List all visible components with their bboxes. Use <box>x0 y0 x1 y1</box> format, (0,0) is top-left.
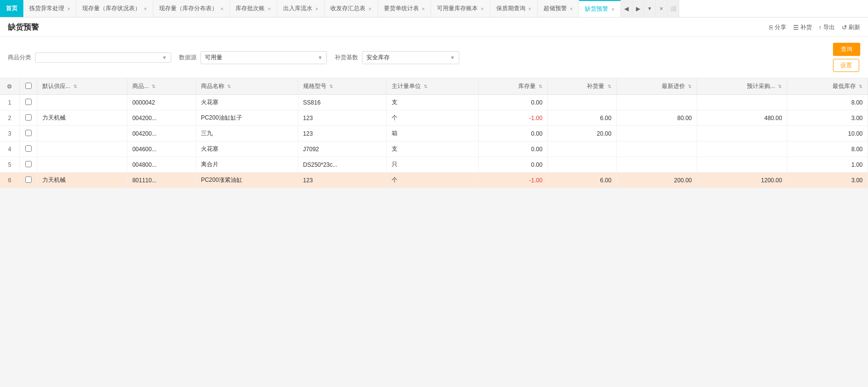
sort-icon: ⇅ <box>608 84 612 89</box>
row-min-stock: 3.00 <box>787 110 868 126</box>
row-checkbox[interactable] <box>25 130 32 136</box>
row-checkbox[interactable] <box>25 161 32 167</box>
row-checkbox-cell[interactable] <box>19 110 37 126</box>
tab-close-icon[interactable]: × <box>315 6 318 12</box>
tab-next-button[interactable]: ▶ <box>633 0 644 17</box>
tab-batch-account[interactable]: 库存批次账 × <box>230 0 277 17</box>
refresh-button[interactable]: ↺ 刷新 <box>842 23 860 32</box>
tab-expiry-query[interactable]: 保质期查询 × <box>490 0 538 17</box>
tab-in-out-flow[interactable]: 出入库流水 × <box>277 0 325 17</box>
row-checkbox-cell[interactable] <box>19 95 37 110</box>
column-replenish-qty[interactable]: 补货量 ⇅ <box>547 78 616 95</box>
share-button[interactable]: ⎘ 分享 <box>769 23 786 32</box>
tab-shortage-warning[interactable]: 缺货预警 × <box>579 0 620 17</box>
header-actions: ⎘ 分享 ☰ 补货 ↑ 导出 ↺ 刷新 <box>769 23 861 32</box>
select-all-checkbox[interactable] <box>25 83 32 89</box>
row-stock-qty: -1.00 <box>479 110 548 126</box>
row-checkbox[interactable] <box>25 99 32 105</box>
row-latest-price: 200.00 <box>616 173 697 188</box>
column-latest-price[interactable]: 最新进价 ⇅ <box>616 78 697 95</box>
row-checkbox[interactable] <box>25 145 32 152</box>
sort-icon: ⇅ <box>73 84 77 89</box>
column-product-name[interactable]: 商品名称 ⇅ <box>196 78 298 95</box>
tab-close-icon[interactable]: × <box>422 6 425 12</box>
tab-close-icon[interactable]: × <box>368 6 371 12</box>
category-label: 商品分类 <box>8 53 31 62</box>
column-checkbox-header[interactable] <box>19 78 37 95</box>
tab-menu-button[interactable]: ▼ <box>644 0 656 17</box>
tab-stocking-exception[interactable]: 拣货异常处理 × <box>23 0 76 17</box>
tab-receive-summary[interactable]: 收发存汇总表 × <box>325 0 378 17</box>
row-checkbox-cell[interactable] <box>19 173 37 188</box>
sort-icon: ⇅ <box>152 84 156 89</box>
tab-home[interactable]: 首页 <box>0 0 23 17</box>
column-min-stock[interactable]: 最低库存 ⇅ <box>787 78 868 95</box>
tab-close-icon[interactable]: × <box>268 6 271 12</box>
tab-prev-button[interactable]: ◀ <box>621 0 633 17</box>
tab-close-icon[interactable]: × <box>528 6 531 12</box>
tab-overstock-warning[interactable]: 超储预警 × <box>538 0 579 17</box>
refresh-label: 刷新 <box>849 23 860 32</box>
row-replenish-qty: 6.00 <box>547 110 616 126</box>
share-label: 分享 <box>775 23 786 32</box>
tab-close-all-button[interactable]: × <box>656 0 668 17</box>
tab-label: 保质期查询 <box>496 4 525 13</box>
settings-button[interactable]: 设置 <box>833 59 859 72</box>
datasource-select-value: 可用量 <box>205 53 318 62</box>
row-checkbox-cell[interactable] <box>19 157 37 173</box>
tab-demand-stats[interactable]: 要货单统计表 × <box>378 0 431 17</box>
row-min-stock: 8.00 <box>787 95 868 110</box>
row-product-name: PC200涨紧油缸 <box>196 173 298 188</box>
tab-close-icon[interactable]: × <box>67 6 70 12</box>
filter-actions: 查询 设置 <box>833 43 860 72</box>
row-default-supplier: 力天机械 <box>37 173 127 188</box>
column-stock-qty[interactable]: 库存量 ⇅ <box>479 78 548 95</box>
tab-close-icon[interactable]: × <box>144 6 146 12</box>
row-unit: 只 <box>386 157 478 173</box>
tab-maximize-button[interactable]: ⬜ <box>668 0 679 17</box>
row-est-purchase: 1200.00 <box>697 173 787 188</box>
row-est-purchase <box>697 157 787 173</box>
row-latest-price: 80.00 <box>616 110 697 126</box>
row-stock-qty: -1.00 <box>479 173 548 188</box>
supplement-button[interactable]: ☰ 补货 <box>793 23 812 32</box>
tab-inventory-dist[interactable]: 现存量（库存分布表） × <box>153 0 230 17</box>
column-unit[interactable]: 主计量单位 ⇅ <box>386 78 478 95</box>
tab-home-label: 首页 <box>6 4 18 13</box>
column-product-code[interactable]: 商品... ⇅ <box>127 78 196 95</box>
table-row: 3 004200... 三九 123 箱 0.00 20.00 10.00 <box>0 126 868 141</box>
tab-available-account[interactable]: 可用量库存账本 × <box>431 0 490 17</box>
column-default-supplier[interactable]: 默认供应... ⇅ <box>37 78 127 95</box>
tab-close-icon[interactable]: × <box>611 6 614 12</box>
tab-close-icon[interactable]: × <box>220 6 223 12</box>
row-spec: 123 <box>298 173 386 188</box>
replenish-base-filter-group: 补货基数 安全库存 ▼ <box>335 51 459 64</box>
replenish-base-select[interactable]: 安全库存 ▼ <box>362 51 459 64</box>
column-est-purchase[interactable]: 预计采购... ⇅ <box>697 78 787 95</box>
datasource-select[interactable]: 可用量 ▼ <box>200 51 327 64</box>
tab-label: 可用量库存账本 <box>437 4 478 13</box>
row-checkbox-cell[interactable] <box>19 126 37 141</box>
tab-inventory-status[interactable]: 现存量（库存状况表） × <box>76 0 153 17</box>
row-default-supplier <box>37 157 127 173</box>
category-select[interactable]: ▼ <box>35 53 171 63</box>
export-button[interactable]: ↑ 导出 <box>819 23 835 32</box>
row-product-code: 004200... <box>127 110 196 126</box>
row-default-supplier <box>37 126 127 141</box>
row-product-name: 三九 <box>196 126 298 141</box>
row-latest-price <box>616 141 697 157</box>
row-checkbox[interactable] <box>25 176 32 183</box>
tab-close-icon[interactable]: × <box>570 6 573 12</box>
row-index: 5 <box>0 157 19 173</box>
row-product-name: PC200油缸缸子 <box>196 110 298 126</box>
row-checkbox-cell[interactable] <box>19 141 37 157</box>
row-min-stock: 10.00 <box>787 126 868 141</box>
row-stock-qty: 0.00 <box>479 157 548 173</box>
supplement-label: 补货 <box>800 23 812 32</box>
column-settings[interactable]: ⚙ <box>0 78 19 95</box>
tab-close-icon[interactable]: × <box>481 6 484 12</box>
row-checkbox[interactable] <box>25 114 32 121</box>
row-product-name: 火花塞 <box>196 141 298 157</box>
query-button[interactable]: 查询 <box>833 43 860 56</box>
column-spec[interactable]: 规格型号 ⇅ <box>298 78 386 95</box>
